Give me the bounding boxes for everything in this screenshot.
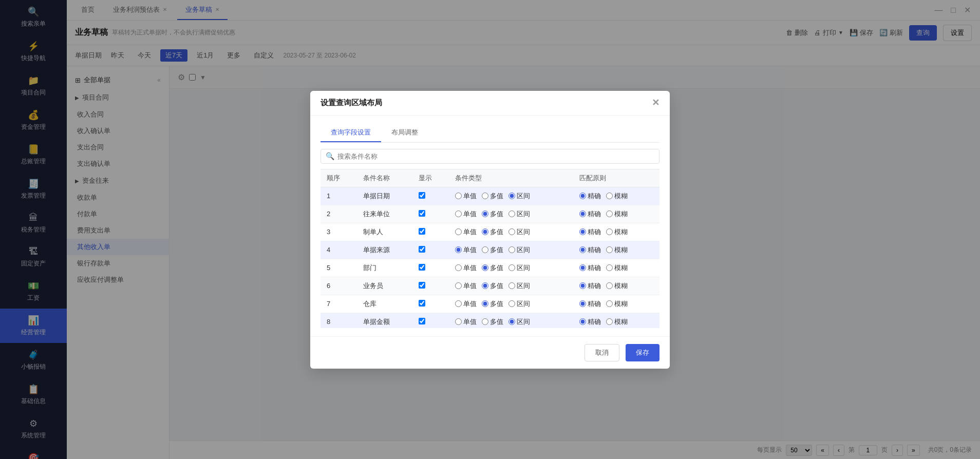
cell-match[interactable]: 精确模糊 [573,223,659,241]
col-display: 显示 [412,169,449,187]
display-checkbox[interactable] [419,318,425,324]
cell-type[interactable]: 单值多值区间 [449,223,573,241]
cell-display[interactable] [412,187,449,205]
cancel-button[interactable]: 取消 [585,344,619,361]
display-checkbox[interactable] [419,192,425,199]
radio-match-精确[interactable]: 精确 [579,192,601,201]
radio-match-精确[interactable]: 精确 [579,299,601,309]
radio-type-区间[interactable]: 区间 [508,299,530,309]
radio-match-精确[interactable]: 精确 [579,263,601,273]
radio-match-模糊[interactable]: 模糊 [606,209,628,219]
save-dialog-button[interactable]: 保存 [626,344,659,361]
table-row[interactable]: 2往来单位单值多值区间精确模糊 [321,205,659,223]
radio-match-精确[interactable]: 精确 [579,245,601,255]
table-row[interactable]: 7仓库单值多值区间精确模糊 [321,295,659,313]
cell-display[interactable] [412,205,449,223]
table-row[interactable]: 4单据来源单值多值区间精确模糊 [321,241,659,259]
table-row[interactable]: 1单据日期单值多值区间精确模糊 [321,187,659,205]
radio-type-多值[interactable]: 多值 [482,263,503,273]
dialog-tab-fields[interactable]: 查询字段设置 [321,124,381,142]
cell-type[interactable]: 单值多值区间 [449,205,573,223]
cell-order: 1 [321,187,357,205]
cell-match[interactable]: 精确模糊 [573,295,659,313]
radio-type-区间[interactable]: 区间 [508,263,530,273]
radio-type-单值[interactable]: 单值 [455,281,477,291]
display-checkbox[interactable] [419,228,425,235]
table-row[interactable]: 8单据金额单值多值区间精确模糊 [321,313,659,328]
cell-name: 仓库 [357,295,412,313]
radio-type-区间[interactable]: 区间 [508,209,530,219]
cell-match[interactable]: 精确模糊 [573,205,659,223]
dialog-tab-layout[interactable]: 布局调整 [381,124,428,142]
radio-type-多值[interactable]: 多值 [482,192,503,201]
cell-match[interactable]: 精确模糊 [573,277,659,295]
radio-match-模糊[interactable]: 模糊 [606,299,628,309]
display-checkbox[interactable] [419,264,425,271]
dialog-header: 设置查询区域布局 ✕ [310,91,670,116]
radio-match-精确[interactable]: 精确 [579,281,601,291]
radio-type-区间[interactable]: 区间 [508,245,530,255]
cell-match[interactable]: 精确模糊 [573,259,659,277]
radio-type-多值[interactable]: 多值 [482,227,503,237]
radio-match-精确[interactable]: 精确 [579,209,601,219]
search-bar: 🔍 [321,149,659,164]
cell-type[interactable]: 单值多值区间 [449,187,573,205]
radio-type-多值[interactable]: 多值 [482,299,503,309]
radio-type-单值[interactable]: 单值 [455,209,477,219]
radio-match-模糊[interactable]: 模糊 [606,192,628,201]
col-type: 条件类型 [449,169,573,187]
radio-type-单值[interactable]: 单值 [455,245,477,255]
cell-match[interactable]: 精确模糊 [573,241,659,259]
radio-type-多值[interactable]: 多值 [482,209,503,219]
display-checkbox[interactable] [419,210,425,217]
table-row[interactable]: 3制单人单值多值区间精确模糊 [321,223,659,241]
cell-display[interactable] [412,313,449,328]
radio-type-多值[interactable]: 多值 [482,317,503,327]
cell-type[interactable]: 单值多值区间 [449,259,573,277]
table-row[interactable]: 6业务员单值多值区间精确模糊 [321,277,659,295]
display-checkbox[interactable] [419,300,425,307]
display-checkbox[interactable] [419,282,425,289]
col-name: 条件名称 [357,169,412,187]
cell-name: 制单人 [357,223,412,241]
cell-type[interactable]: 单值多值区间 [449,277,573,295]
cell-match[interactable]: 精确模糊 [573,187,659,205]
display-checkbox[interactable] [419,246,425,253]
radio-type-区间[interactable]: 区间 [508,227,530,237]
radio-match-模糊[interactable]: 模糊 [606,245,628,255]
radio-type-单值[interactable]: 单值 [455,299,477,309]
radio-match-模糊[interactable]: 模糊 [606,227,628,237]
radio-match-模糊[interactable]: 模糊 [606,281,628,291]
radio-type-多值[interactable]: 多值 [482,281,503,291]
cell-type[interactable]: 单值多值区间 [449,295,573,313]
radio-type-区间[interactable]: 区间 [508,192,530,201]
radio-match-模糊[interactable]: 模糊 [606,263,628,273]
cell-type[interactable]: 单值多值区间 [449,313,573,328]
cell-name: 业务员 [357,277,412,295]
radio-type-区间[interactable]: 区间 [508,281,530,291]
cell-display[interactable] [412,259,449,277]
cell-display[interactable] [412,241,449,259]
radio-type-多值[interactable]: 多值 [482,245,503,255]
table-row[interactable]: 5部门单值多值区间精确模糊 [321,259,659,277]
radio-type-单值[interactable]: 单值 [455,263,477,273]
dialog-close-button[interactable]: ✕ [652,98,659,107]
radio-type-区间[interactable]: 区间 [508,317,530,327]
cell-display[interactable] [412,223,449,241]
radio-match-精确[interactable]: 精确 [579,317,601,327]
cell-order: 2 [321,205,357,223]
cell-order: 5 [321,259,357,277]
radio-type-单值[interactable]: 单值 [455,192,477,201]
cell-match[interactable]: 精确模糊 [573,313,659,328]
radio-type-单值[interactable]: 单值 [455,317,477,327]
cell-display[interactable] [412,295,449,313]
radio-match-精确[interactable]: 精确 [579,227,601,237]
cell-name: 单据来源 [357,241,412,259]
cell-type[interactable]: 单值多值区间 [449,241,573,259]
radio-match-模糊[interactable]: 模糊 [606,317,628,327]
dialog-overlay[interactable]: 设置查询区域布局 ✕ 查询字段设置 布局调整 🔍 顺序 [0,0,980,459]
radio-type-单值[interactable]: 单值 [455,227,477,237]
cell-display[interactable] [412,277,449,295]
search-input[interactable] [321,149,659,164]
cell-name: 单据日期 [357,187,412,205]
